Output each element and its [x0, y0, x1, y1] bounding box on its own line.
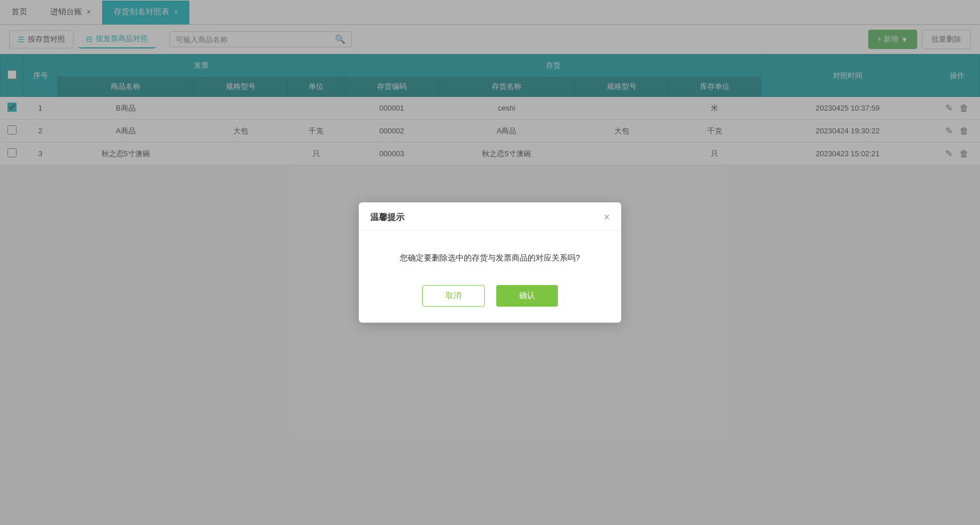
dialog-overlay: 温馨提示 × 您确定要删除选中的存货与发票商品的对应关系吗? 取消 确认 [0, 0, 980, 165]
